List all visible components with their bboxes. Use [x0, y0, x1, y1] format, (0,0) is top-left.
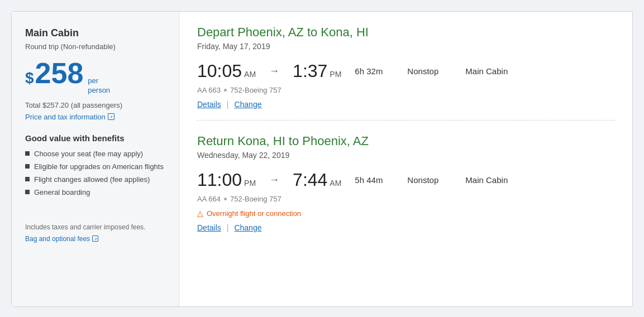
- return-flight-info: AA 664 752-Boeing 757: [197, 195, 614, 203]
- benefit-item: Eligible for upgrades on American flight…: [25, 162, 165, 171]
- return-flight-row: 11:00 PM → 7:44 AM 5h 44m Nonstop Main C…: [197, 170, 614, 190]
- depart-details-link[interactable]: Details: [197, 100, 221, 109]
- depart-title: Depart Phoenix, AZ to Kona, HI: [197, 25, 614, 40]
- total-price: Total $257.20 (all passengers): [25, 101, 165, 109]
- action-separator: |: [227, 100, 229, 109]
- return-depart-time-group: 11:00 PM: [197, 170, 256, 190]
- warning-text: Overnight flight or connection: [207, 209, 301, 218]
- return-flight-section: Return Kona, HI to Phoenix, AZ Wednesday…: [197, 120, 614, 232]
- return-depart-time: 11:00: [197, 170, 242, 190]
- price-display: $ 258 perperson: [25, 59, 165, 95]
- depart-actions: Details | Change: [197, 100, 614, 109]
- depart-flight-info: AA 663 752-Boeing 757: [197, 86, 614, 94]
- return-arrow-icon: →: [269, 174, 279, 186]
- return-arrive-time-group: 7:44 AM: [293, 170, 341, 190]
- sidebar-footer: Includes taxes and carrier imposed fees.…: [25, 201, 165, 243]
- depart-date: Friday, May 17, 2019: [197, 42, 614, 51]
- warning-triangle-icon: △: [197, 209, 203, 218]
- depart-flight-row: 10:05 AM → 1:37 PM 6h 32m Nonstop Main C…: [197, 61, 614, 81]
- flight-number: AA 663: [197, 86, 221, 94]
- return-arrive-time: 7:44: [293, 170, 327, 190]
- benefit-item: Flight changes allowed (fee applies): [25, 175, 165, 184]
- benefits-list: Choose your seat (fee may apply) Eligibl…: [25, 150, 165, 196]
- benefit-item: General boarding: [25, 188, 165, 196]
- separator-dot: [224, 89, 227, 92]
- overnight-warning: △ Overnight flight or connection: [197, 209, 614, 218]
- currency-symbol: $: [25, 69, 34, 87]
- benefit-item: Choose your seat (fee may apply): [25, 150, 165, 158]
- arrive-time-group: 1:37 PM: [293, 61, 341, 81]
- trip-type: Round trip (Non-refundable): [25, 42, 165, 51]
- per-person-label: perperson: [88, 76, 110, 95]
- return-change-link[interactable]: Change: [234, 223, 261, 232]
- depart-time-group: 10:05 AM: [197, 61, 256, 81]
- cabin-title: Main Cabin: [25, 27, 165, 39]
- footer-note: Includes taxes and carrier imposed fees.: [25, 223, 165, 231]
- flight-duration: 6h 32m: [355, 66, 394, 76]
- arrow-icon: →: [269, 65, 279, 77]
- aircraft-type: 752-Boeing 757: [230, 86, 282, 94]
- bullet-icon: [25, 177, 30, 181]
- return-actions: Details | Change: [197, 223, 614, 232]
- return-action-separator: |: [227, 223, 229, 232]
- bullet-icon: [25, 190, 30, 194]
- external-link-icon-2: ↗: [92, 236, 98, 242]
- return-aircraft-type: 752-Boeing 757: [230, 195, 282, 203]
- bullet-icon: [25, 164, 30, 169]
- benefits-title: Good value with benefits: [25, 133, 165, 143]
- price-amount: 258: [35, 59, 84, 88]
- nonstop-label: Nonstop: [407, 66, 452, 76]
- price-tax-link[interactable]: Price and tax information ↗: [25, 113, 115, 121]
- cabin-class: Main Cabin: [465, 66, 508, 76]
- return-separator-dot: [224, 198, 227, 200]
- bag-fees-link[interactable]: Bag and optional fees ↗: [25, 235, 98, 243]
- return-date: Wednesday, May 22, 2019: [197, 151, 614, 160]
- arrive-ampm: PM: [330, 70, 341, 79]
- main-content: Depart Phoenix, AZ to Kona, HI Friday, M…: [179, 12, 632, 306]
- depart-flight-section: Depart Phoenix, AZ to Kona, HI Friday, M…: [197, 25, 614, 109]
- return-title: Return Kona, HI to Phoenix, AZ: [197, 134, 614, 148]
- return-nonstop-label: Nonstop: [407, 175, 452, 185]
- flight-card: Main Cabin Round trip (Non-refundable) $…: [11, 11, 633, 307]
- depart-change-link[interactable]: Change: [234, 100, 261, 109]
- return-arrive-ampm: AM: [330, 179, 341, 188]
- return-flight-duration: 5h 44m: [355, 175, 394, 185]
- return-details-link[interactable]: Details: [197, 223, 221, 232]
- depart-time: 10:05: [197, 61, 242, 81]
- bullet-icon: [25, 151, 30, 156]
- depart-ampm: AM: [244, 70, 256, 79]
- arrive-time: 1:37: [293, 61, 327, 81]
- return-cabin-class: Main Cabin: [465, 175, 508, 185]
- sidebar: Main Cabin Round trip (Non-refundable) $…: [12, 12, 179, 306]
- external-link-icon: ↗: [108, 113, 115, 120]
- return-flight-number: AA 664: [197, 195, 221, 203]
- return-depart-ampm: PM: [244, 179, 256, 188]
